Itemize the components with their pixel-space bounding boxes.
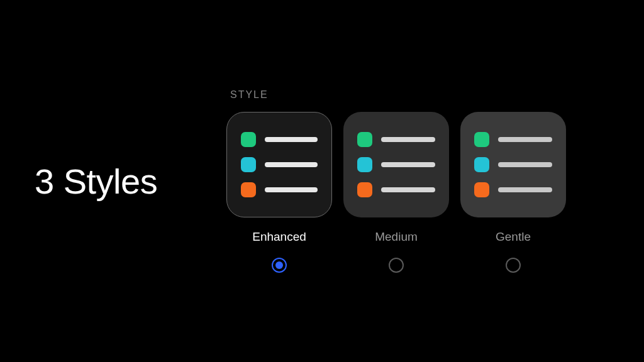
page-title: 3 Styles <box>35 161 226 202</box>
style-options-row: Enhanced Medium <box>226 112 619 273</box>
swatch-icon <box>241 132 256 147</box>
bar-icon <box>381 187 435 192</box>
swatch-icon <box>474 182 489 197</box>
style-card-medium[interactable] <box>343 112 449 217</box>
swatch-icon <box>357 132 372 147</box>
style-label-gentle: Gentle <box>496 230 531 244</box>
list-item <box>241 132 318 147</box>
bar-icon <box>265 137 318 142</box>
swatch-icon <box>474 157 489 172</box>
style-option-enhanced: Enhanced <box>226 112 332 273</box>
bar-icon <box>498 137 552 142</box>
swatch-icon <box>241 182 256 197</box>
section-label: STYLE <box>230 89 619 101</box>
style-card-gentle[interactable] <box>460 112 566 217</box>
radio-medium[interactable] <box>389 258 404 273</box>
radio-enhanced[interactable] <box>272 258 287 273</box>
bar-icon <box>381 137 435 142</box>
swatch-icon <box>474 132 489 147</box>
bar-icon <box>498 187 552 192</box>
style-card-enhanced[interactable] <box>226 112 332 217</box>
bar-icon <box>381 162 435 167</box>
bar-icon <box>265 162 318 167</box>
radio-gentle[interactable] <box>506 258 521 273</box>
list-item <box>474 132 552 147</box>
list-item <box>241 157 318 172</box>
swatch-icon <box>357 182 372 197</box>
style-option-gentle: Gentle <box>460 112 566 273</box>
swatch-icon <box>357 157 372 172</box>
swatch-icon <box>241 157 256 172</box>
style-option-medium: Medium <box>343 112 449 273</box>
list-item <box>474 182 552 197</box>
list-item <box>357 157 435 172</box>
title-area: 3 Styles <box>0 161 226 202</box>
list-item <box>474 157 552 172</box>
list-item <box>357 132 435 147</box>
style-panel: STYLE Enhanced <box>226 89 644 273</box>
bar-icon <box>498 162 552 167</box>
bar-icon <box>265 187 318 192</box>
list-item <box>357 182 435 197</box>
style-label-enhanced: Enhanced <box>252 230 306 244</box>
style-label-medium: Medium <box>375 230 418 244</box>
list-item <box>241 182 318 197</box>
